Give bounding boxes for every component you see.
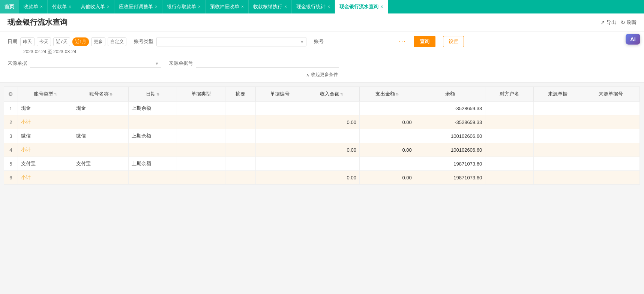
nav-pre-receive-label: 预收冲应收单 — [210, 3, 239, 10]
table-container: ⚙ 账号类型⇅ 账号名称⇅ 日期⇅ 单据类型 摘要 单据编号 收入金额⇅ 支出金… — [4, 87, 640, 185]
source-doc-no-input[interactable] — [196, 59, 339, 68]
nav-receipt-verify-close[interactable]: × — [284, 4, 287, 9]
source-doc-select[interactable] — [30, 59, 161, 68]
table-cell — [177, 171, 225, 185]
collapse-button[interactable]: ∧ 收起更多条件 — [306, 72, 338, 78]
nav-payment-close[interactable]: × — [69, 4, 71, 9]
date-7days[interactable]: 近7天 — [53, 37, 70, 46]
source-doc-no-group: 来源单据号 — [169, 59, 339, 68]
nav-other-income-label: 其他收入单 — [81, 3, 105, 10]
nav-pre-receive[interactable]: 预收冲应收单 × — [206, 0, 249, 13]
col-balance: 余额 — [415, 87, 485, 101]
nav-bank-deposit-close[interactable]: × — [198, 4, 201, 9]
table-header: ⚙ 账号类型⇅ 账号名称⇅ 日期⇅ 单据类型 摘要 单据编号 收入金额⇅ 支出金… — [4, 87, 640, 101]
table-cell — [485, 115, 534, 129]
col-date[interactable]: 日期⇅ — [129, 87, 177, 101]
table-cell — [582, 129, 640, 143]
table-cell: 0.00 — [359, 143, 415, 157]
table-cell: 0.00 — [359, 115, 415, 129]
col-account-type[interactable]: 账号类型⇅ — [18, 87, 73, 101]
nav-cash-stats-close[interactable]: × — [327, 4, 330, 9]
table-cell — [582, 101, 640, 115]
filter-row-2: 来源单据 来源单据号 — [8, 59, 636, 68]
account-type-select-wrapper — [156, 37, 306, 46]
table-cell — [485, 143, 534, 157]
source-doc-no-label: 来源单据号 — [169, 60, 193, 67]
source-doc-label: 来源单据 — [8, 60, 27, 67]
col-income[interactable]: 收入金额⇅ — [304, 87, 360, 101]
date-yesterday[interactable]: 昨天 — [20, 37, 35, 46]
refresh-button[interactable]: ↻ 刷新 — [621, 19, 636, 26]
col-doc-no: 单据编号 — [255, 87, 304, 101]
nav-cash-stats[interactable]: 现金银行统计 × — [292, 0, 335, 13]
account-type-select[interactable] — [156, 37, 306, 46]
table-cell — [225, 115, 255, 129]
nav-ar-ap-adjust-label: 应收应付调整单 — [119, 3, 153, 10]
table-cell: -3528659.33 — [415, 101, 485, 115]
col-gear[interactable]: ⚙ — [4, 87, 18, 101]
nav-home[interactable]: 首页 — [0, 0, 19, 13]
source-doc-select-wrapper — [30, 59, 161, 68]
nav-receipt-close[interactable]: × — [40, 4, 43, 9]
table-cell — [304, 129, 360, 143]
query-button[interactable]: 查询 — [414, 36, 435, 47]
col-summary: 摘要 — [225, 87, 255, 101]
nav-bank-deposit[interactable]: 银行存取款单 × — [162, 0, 206, 13]
export-button[interactable]: ↗ 导出 — [600, 19, 616, 26]
ai-badge[interactable]: Ai — [626, 34, 640, 45]
table-cell: 微信 — [73, 129, 129, 143]
table-row: 5支付宝支付宝上期余额19871073.60 — [4, 157, 640, 171]
account-dots-button[interactable]: ··· — [399, 38, 406, 45]
export-label: 导出 — [606, 19, 616, 26]
table-cell: 现金 — [73, 101, 129, 115]
nav-other-income-close[interactable]: × — [107, 4, 110, 9]
date-1month[interactable]: 近1月 — [72, 37, 89, 46]
table-cell: 上期余额 — [129, 101, 177, 115]
table-cell — [177, 101, 225, 115]
nav-cash-flow-close[interactable]: × — [380, 4, 383, 9]
collapse-row: ∧ 收起更多条件 — [8, 72, 636, 78]
date-custom[interactable]: 自定义 — [108, 37, 126, 46]
table-cell — [534, 143, 582, 157]
nav-bank-deposit-label: 银行存取款单 — [167, 3, 196, 10]
settings-button[interactable]: 设置 — [443, 36, 464, 47]
table-cell: 2 — [4, 115, 18, 129]
table-cell — [225, 101, 255, 115]
table-cell — [582, 143, 640, 157]
page-header: 现金银行流水查询 ↗ 导出 ↻ 刷新 — [0, 13, 644, 31]
table-cell: 0.00 — [304, 143, 360, 157]
date-today[interactable]: 今天 — [37, 37, 51, 46]
nav-receipt[interactable]: 收款单 × — [19, 0, 48, 13]
nav-payment[interactable]: 付款单 × — [48, 0, 76, 13]
nav-other-income[interactable]: 其他收入单 × — [76, 0, 114, 13]
table-cell: 19871073.60 — [415, 171, 485, 185]
nav-receipt-label: 收款单 — [24, 3, 38, 10]
table-cell: 6 — [4, 171, 18, 185]
col-account-name[interactable]: 账号名称⇅ — [73, 87, 129, 101]
filter-area: 日期 昨天 今天 近7天 近1月 更多 自定义 账号类型 账号 ··· — [0, 31, 644, 83]
sort-icon-income: ⇅ — [340, 92, 343, 96]
nav-payment-label: 付款单 — [52, 3, 67, 10]
table-cell — [485, 157, 534, 171]
account-type-label: 账号类型 — [134, 38, 153, 45]
col-expense[interactable]: 支出金额⇅ — [359, 87, 415, 101]
table-cell — [485, 129, 534, 143]
table-cell — [73, 171, 129, 185]
account-input[interactable] — [327, 37, 396, 46]
table-cell — [255, 101, 304, 115]
table-cell — [255, 129, 304, 143]
table-cell: 4 — [4, 143, 18, 157]
table-cell — [359, 101, 415, 115]
nav-cash-flow[interactable]: 现金银行流水查询 × — [335, 0, 388, 13]
table-cell — [225, 129, 255, 143]
nav-ar-ap-adjust[interactable]: 应收应付调整单 × — [114, 0, 162, 13]
table-cell — [255, 171, 304, 185]
nav-pre-receive-close[interactable]: × — [241, 4, 244, 9]
table-cell — [73, 115, 129, 129]
table-row: 6小计0.000.0019871073.60 — [4, 171, 640, 185]
nav-ar-ap-adjust-close[interactable]: × — [155, 4, 158, 9]
table-cell — [73, 143, 129, 157]
nav-receipt-verify[interactable]: 收款核销执行 × — [249, 0, 292, 13]
table-cell: 现金 — [18, 101, 73, 115]
date-more[interactable]: 更多 — [91, 37, 105, 46]
